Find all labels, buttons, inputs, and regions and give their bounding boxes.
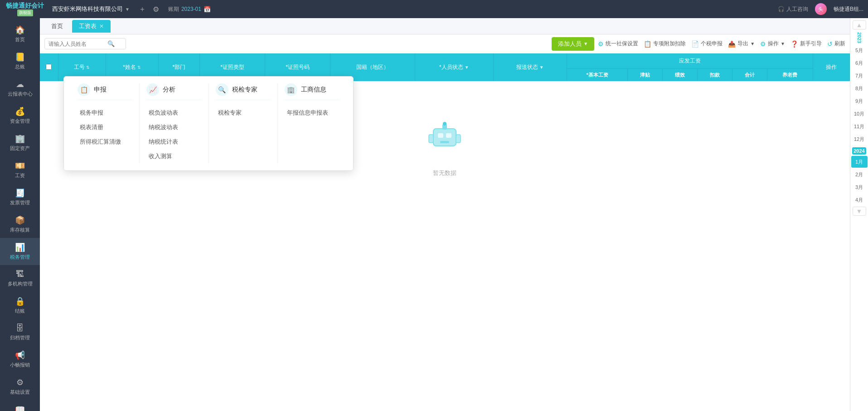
month-7[interactable]: 7月 [851, 70, 868, 82]
sidebar-item-tax[interactable]: 📊 税务管理 [0, 238, 40, 265]
status-filter-icon[interactable]: ▼ [465, 65, 469, 70]
sidebar-item-salary[interactable]: 💴 工资 [0, 156, 40, 184]
month-2[interactable]: 2月 [851, 169, 868, 180]
settings-icon[interactable]: ⚙ [153, 5, 159, 14]
toolbar-actions: ⚙ 统一社保设置 📋 专项附加扣除 📄 个税申报 📤 导出 ▼ ⚙ [598, 40, 845, 48]
closing-icon: 🔒 [15, 296, 25, 306]
sidebar-item-fund-label: 资金管理 [10, 118, 30, 125]
month-5[interactable]: 5月 [851, 44, 868, 56]
sidebar-item-settings[interactable]: ⚙ 基础设置 [0, 373, 40, 400]
social-security-icon: ⚙ [598, 40, 604, 48]
sidebar-item-archive[interactable]: 🗄 归档管理 [0, 319, 40, 346]
month-8[interactable]: 8月 [851, 82, 868, 94]
refresh-label: 刷新 [834, 40, 845, 48]
invoice-icon: 🧾 [15, 188, 25, 198]
sidebar-item-invoice[interactable]: 🧾 发票管理 [0, 184, 40, 211]
add-icon[interactable]: ＋ [139, 5, 146, 14]
social-security-btn[interactable]: ⚙ 统一社保设置 [598, 40, 638, 48]
export-icon: 📤 [728, 40, 736, 48]
calendar-nav-up[interactable]: ▲ [853, 20, 866, 29]
archive-icon: 🗄 [16, 324, 24, 333]
svg-point-5 [443, 122, 446, 126]
user-name[interactable]: 畅捷通B组... [834, 5, 863, 13]
th-submit-status[interactable]: 报送状态 ▼ [493, 53, 567, 81]
main-layout: 🏠 首页 📒 总账 ☁ 云报表中心 💰 资金管理 🏢 固定资产 💴 工资 🧾 发… [0, 18, 868, 411]
th-origin: 国籍（地区） [330, 53, 415, 81]
empty-icon [427, 117, 463, 162]
sidebar: 🏠 首页 📒 总账 ☁ 云报表中心 💰 资金管理 🏢 固定资产 💴 工资 🧾 发… [0, 18, 40, 411]
month-9[interactable]: 9月 [851, 95, 868, 107]
th-checkbox[interactable] [40, 53, 58, 81]
sidebar-item-cloud-label: 云报表中心 [8, 91, 33, 97]
th-origin-label: 国籍（地区） [356, 64, 389, 70]
sidebar-item-cloud-report[interactable]: ☁ 云报表中心 [0, 75, 40, 102]
cloud-icon: ☁ [16, 79, 24, 89]
month-12[interactable]: 12月 [851, 133, 868, 145]
th-salary-group-label: 应发工资 [679, 58, 701, 64]
guide-btn[interactable]: ❓ 新手引导 [790, 40, 822, 48]
tab-home[interactable]: 首页 [44, 20, 70, 33]
tax-report-btn[interactable]: 📄 个税申报 [691, 40, 723, 48]
svg-rect-7 [456, 135, 461, 143]
th-status[interactable]: *人员状态 ▼ [415, 53, 494, 81]
th-submit-status-label: 报送状态 [516, 63, 538, 71]
sidebar-item-assets[interactable]: 🏢 固定资产 [0, 129, 40, 156]
salary-table: 工号 ⇅ *姓名 ⇅ *部门 [40, 53, 850, 213]
export-btn[interactable]: 📤 导出 ▼ [728, 40, 755, 48]
month-1-current[interactable]: 1月 [851, 156, 868, 168]
search-input[interactable] [48, 41, 107, 47]
th-work-id[interactable]: 工号 ⇅ [58, 53, 106, 81]
th-operations: 操作 [813, 53, 849, 81]
month-4[interactable]: 4月 [851, 194, 868, 206]
svg-rect-0 [433, 129, 456, 146]
period-label: 账期 [168, 5, 179, 13]
submit-filter-icon[interactable]: ▼ [539, 65, 544, 70]
support-button[interactable]: 🎧 人工咨询 [778, 5, 808, 13]
month-6[interactable]: 6月 [851, 57, 868, 69]
fund-icon: 💰 [15, 106, 25, 116]
sidebar-item-marketing-label: 小畅报销 [10, 362, 30, 368]
assets-icon: 🏢 [15, 134, 25, 144]
add-person-button[interactable]: 添加人员 ▼ [552, 37, 594, 51]
th-name[interactable]: *姓名 ⇅ [106, 53, 158, 81]
sidebar-item-home[interactable]: 🏠 首页 [0, 20, 40, 48]
salary-icon: 💴 [15, 161, 25, 171]
year-2024-label: 2024 [852, 147, 866, 155]
sidebar-item-ledger[interactable]: 📒 总账 [0, 48, 40, 75]
month-11[interactable]: 11月 [851, 121, 868, 132]
th-work-id-label: 工号 [74, 63, 85, 71]
ledger-icon: 📒 [15, 52, 25, 62]
sidebar-item-inventory[interactable]: 📦 库存核算 [0, 211, 40, 238]
main-content: 首页 工资表 ✕ 🔍 添加人员 ▼ ⚙ 统一社保设置 [40, 18, 850, 411]
special-deduction-btn[interactable]: 📋 专项附加扣除 [644, 40, 686, 48]
period-value[interactable]: 2023-01 [181, 6, 201, 12]
tab-salary-close-icon[interactable]: ✕ [99, 23, 104, 29]
operations-btn[interactable]: ⚙ 操作 ▼ [760, 40, 785, 48]
support-label: 人工咨询 [786, 5, 808, 13]
special-deduction-icon: 📋 [644, 40, 651, 48]
month-3[interactable]: 3月 [851, 181, 868, 193]
user-avatar[interactable]: 头 [815, 3, 827, 15]
sidebar-item-multi-org[interactable]: 🏗 多机构管理 [0, 265, 40, 292]
select-all-checkbox[interactable] [46, 64, 52, 70]
operations-icon: ⚙ [760, 40, 766, 48]
sidebar-item-settings-label: 基础设置 [10, 389, 30, 396]
th-salary-group: 应发工资 [567, 53, 813, 69]
sidebar-item-marketing[interactable]: 📢 小畅报销 [0, 346, 40, 373]
sidebar-item-ledger-label: 总账 [15, 63, 25, 70]
calendar-nav-down[interactable]: ▼ [853, 207, 866, 216]
tab-home-label: 首页 [51, 22, 63, 30]
search-box[interactable]: 🔍 [44, 38, 126, 49]
app-name: 畅捷通好会计 [6, 2, 44, 9]
company-dropdown-chevron: ▼ [125, 7, 130, 12]
period-calendar-icon[interactable]: 📅 [204, 6, 211, 13]
sidebar-item-fund[interactable]: 💰 资金管理 [0, 102, 40, 129]
refresh-btn[interactable]: ↺ 刷新 [827, 40, 845, 48]
company-selector[interactable]: 西安虾米网络科技有限公司 ▼ [52, 5, 130, 13]
sidebar-item-guide[interactable]: 📖 新手引导 [0, 400, 40, 411]
month-10[interactable]: 10月 [851, 108, 868, 120]
home-icon: 🏠 [15, 25, 25, 35]
svg-rect-2 [446, 133, 451, 138]
tab-salary[interactable]: 工资表 ✕ [72, 20, 111, 33]
sidebar-item-closing[interactable]: 🔒 结账 [0, 292, 40, 319]
